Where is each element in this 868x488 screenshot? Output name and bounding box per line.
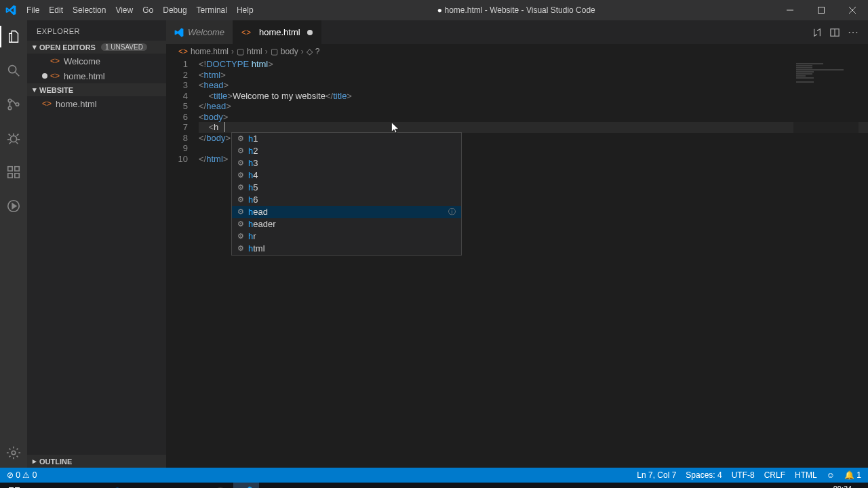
code-editor[interactable]: 12345678910 <!DOCTYPE html><html><head> … [166,59,868,164]
split-editor-icon[interactable] [830,28,840,37]
line-number-gutter: 12345678910 [166,59,199,164]
suggestion-item[interactable]: ⚙h6 [232,194,461,206]
menu-debug[interactable]: Debug [158,0,191,20]
suggestion-item[interactable]: ⚙h2 [232,145,461,157]
taskbar-clock[interactable]: 09:34 20/11/2019 [824,485,867,488]
menu-file[interactable]: File [22,0,44,20]
taskbar-search-icon[interactable] [27,483,53,488]
status-eol[interactable]: CRLF [764,470,785,480]
svg-rect-9 [15,167,19,171]
windows-taskbar: 09:34 20/11/2019 [0,483,868,488]
settings-gear-icon[interactable] [0,442,27,464]
status-problems[interactable]: ⊘ 0 ⚠ 0 [7,470,37,480]
status-feedback-icon[interactable]: ☺ [827,470,835,480]
editor-area: Welcome<>home.html ⋯ <> home.html › ▢htm… [166,20,868,468]
status-encoding[interactable]: UTF-8 [732,470,755,480]
menu-go[interactable]: Go [138,0,158,20]
status-language[interactable]: HTML [795,470,817,480]
unsaved-badge: 1 UNSAVED [101,43,147,51]
explorer-icon[interactable] [0,26,27,47]
svg-point-5 [10,136,16,142]
suggestion-item[interactable]: ⚙h1 [232,133,461,145]
menu-edit[interactable]: Edit [44,0,68,20]
open-editors-header[interactable]: ▾OPEN EDITORS 1 UNSAVED [27,41,166,54]
svg-point-4 [16,103,19,106]
open-editor-item[interactable]: <>Welcome [27,54,166,68]
breadcrumbs[interactable]: <> home.html › ▢html › ▢body › ◇? [166,44,868,59]
status-indent[interactable]: Spaces: 4 [686,470,722,480]
svg-rect-0 [818,7,825,14]
close-button[interactable] [837,0,868,20]
minimap[interactable] [793,59,859,164]
run-icon[interactable] [0,195,27,217]
edge-icon[interactable] [104,483,130,488]
compare-changes-icon[interactable] [812,28,822,37]
open-editor-item[interactable]: <>home.html [27,68,166,83]
svg-rect-7 [8,174,12,178]
cortana-icon[interactable] [53,483,79,488]
editor-tab[interactable]: <>home.html [233,20,321,44]
menu-help[interactable]: Help [232,0,258,20]
maximize-button[interactable] [806,0,837,20]
source-control-icon[interactable] [0,94,27,115]
svg-rect-6 [8,167,12,171]
status-notifications-icon[interactable]: 🔔 1 [844,470,861,480]
workspace-header[interactable]: ▾WEBSITE [27,83,166,96]
suggestion-item[interactable]: ⚙html [232,243,461,255]
outline-header[interactable]: ▸OUTLINE [27,455,166,468]
editor-tab[interactable]: Welcome [166,20,233,44]
html-file-icon: <> [178,47,188,56]
menu-terminal[interactable]: Terminal [192,0,232,20]
extensions-icon[interactable] [0,161,27,183]
vscode-taskbar-icon[interactable] [233,483,259,488]
explorer-title: EXPLORER [27,20,166,41]
task-view-icon[interactable] [79,483,104,488]
menu-bar: FileEditSelectionViewGoDebugTerminalHelp… [0,0,868,20]
suggestion-item[interactable]: ⚙headⓘ [232,206,461,218]
suggestion-item[interactable]: ⚙header [232,218,461,230]
svg-point-3 [8,106,12,110]
status-line-col[interactable]: Ln 7, Col 7 [637,470,676,480]
tab-bar: Welcome<>home.html ⋯ [166,20,868,44]
window-title: ● home.html - Website - Visual Studio Co… [258,5,774,15]
menu-selection[interactable]: Selection [68,0,111,20]
suggestion-item[interactable]: ⚙h4 [232,169,461,182]
mail-icon[interactable] [182,483,208,488]
explorer-sidebar: EXPLORER ▾OPEN EDITORS 1 UNSAVED <>Welco… [27,20,166,468]
start-button[interactable] [1,483,27,488]
search-icon[interactable] [0,60,27,81]
suggestion-item[interactable]: ⚙h5 [232,182,461,194]
svg-rect-8 [15,174,19,178]
store-icon[interactable] [156,483,182,488]
svg-point-11 [12,451,16,455]
suggestion-item[interactable]: ⚙h3 [232,157,461,169]
svg-point-2 [8,99,12,102]
status-bar: ⊘ 0 ⚠ 0 Ln 7, Col 7 Spaces: 4 UTF-8 CRLF… [0,468,868,483]
menu-view[interactable]: View [111,0,138,20]
more-actions-icon[interactable]: ⋯ [848,26,860,39]
activity-bar [0,20,27,468]
main-menu: FileEditSelectionViewGoDebugTerminalHelp [22,0,258,20]
suggestion-item[interactable]: ⚙hr [232,230,461,243]
svg-point-1 [9,66,16,73]
debug-icon[interactable] [0,127,27,149]
obs-icon[interactable] [208,483,233,488]
minimize-button[interactable] [774,0,806,20]
file-tree-item[interactable]: <>home.html [27,96,166,111]
intellisense-popup[interactable]: ⚙h1⚙h2⚙h3⚙h4⚙h5⚙h6⚙headⓘ⚙header⚙hr⚙html [231,132,462,256]
vscode-logo-icon [0,5,22,16]
file-explorer-icon[interactable] [130,483,156,488]
